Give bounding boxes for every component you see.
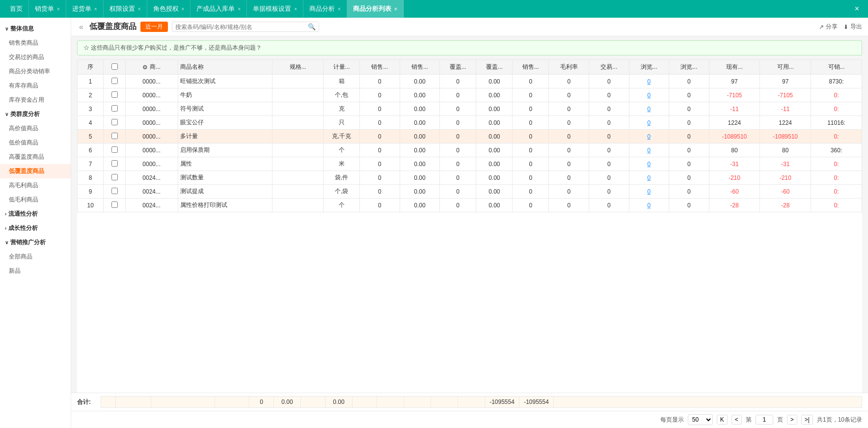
table-cell[interactable]: 0	[629, 88, 669, 102]
row-checkbox[interactable]	[111, 188, 118, 194]
search-icon[interactable]: 🔍	[308, 23, 316, 30]
row-checkbox[interactable]	[111, 160, 118, 167]
per-page-select[interactable]: 50 20 100	[688, 414, 713, 425]
table-cell: 80	[760, 143, 811, 157]
sidebar-section-overall[interactable]: ∨ 整体信息	[0, 22, 71, 36]
nav-template-settings[interactable]: 单据模板设置 ×	[247, 0, 303, 18]
global-close-button[interactable]: ×	[850, 4, 864, 13]
browse-link[interactable]: 0	[647, 147, 651, 154]
col-header-sales-amt: 销售...	[400, 60, 440, 75]
table-cell: 0	[513, 171, 549, 185]
browse-link[interactable]: 0	[647, 92, 651, 99]
table-cell[interactable]	[104, 102, 125, 116]
table-cell[interactable]: 0	[629, 171, 669, 185]
sidebar-item-high-value[interactable]: 高价值商品	[0, 121, 71, 136]
next-page-button[interactable]: >	[787, 415, 797, 425]
nav-sales-order[interactable]: 销货单 ×	[29, 0, 66, 18]
table-cell[interactable]: 0	[629, 199, 669, 212]
browse-link[interactable]: 0	[647, 161, 651, 168]
table-cell[interactable]: 0	[629, 143, 669, 157]
nav-product-analysis-list[interactable]: 商品分析列表 ×	[347, 0, 404, 18]
browse-link[interactable]: 0	[647, 106, 651, 113]
browse-link[interactable]: 0	[647, 188, 651, 195]
nav-product-inbound[interactable]: 产成品入库单 ×	[190, 0, 247, 18]
table-cell[interactable]	[104, 157, 125, 171]
row-checkbox[interactable]	[111, 119, 118, 125]
sidebar-item-all-products[interactable]: 全部商品	[0, 250, 71, 264]
table-cell[interactable]	[104, 199, 125, 212]
table-cell[interactable]	[104, 171, 125, 185]
close-product-analysis-icon[interactable]: ×	[338, 6, 341, 12]
sidebar-item-low-coverage[interactable]: 低覆盖度商品	[0, 164, 71, 178]
sidebar-item-low-margin[interactable]: 低毛利商品	[0, 193, 71, 207]
table-cell[interactable]: 0	[629, 75, 669, 88]
close-product-analysis-list-icon[interactable]: ×	[394, 6, 397, 12]
table-cell[interactable]	[104, 88, 125, 102]
browse-link[interactable]: 0	[647, 174, 651, 181]
table-cell[interactable]	[104, 143, 125, 157]
sidebar-collapse-button[interactable]: «	[77, 23, 85, 31]
sidebar-section-group-analysis[interactable]: ∨ 类群度分析	[0, 107, 71, 121]
nav-product-analysis[interactable]: 商品分析 ×	[303, 0, 347, 18]
nav-permission[interactable]: 权限设置 ×	[104, 0, 147, 18]
table-cell: -210	[709, 171, 760, 185]
sidebar-item-stock-capital[interactable]: 库存资金占用	[0, 93, 71, 107]
browse-link[interactable]: 0	[647, 202, 651, 209]
table-cell[interactable]	[104, 185, 125, 199]
browse-link[interactable]: 0	[647, 119, 651, 126]
settings-icon[interactable]: ⚙	[142, 64, 148, 71]
browse-link[interactable]: 0	[647, 78, 651, 85]
sidebar-section-liquidity[interactable]: › 流通性分析	[0, 207, 71, 221]
row-checkbox[interactable]	[111, 201, 118, 208]
nav-role-auth[interactable]: 角色授权 ×	[147, 0, 191, 18]
table-cell: 0	[440, 185, 476, 199]
first-page-button[interactable]: K	[717, 415, 728, 425]
sidebar-item-sales-products[interactable]: 销售类商品	[0, 36, 71, 50]
select-all-checkbox[interactable]	[111, 63, 118, 70]
sidebar-item-traded-products[interactable]: 交易过的商品	[0, 50, 71, 64]
table-cell[interactable]	[104, 116, 125, 130]
table-wrapper[interactable]: 序 ⚙ 商... 商品名称 规格... 计量...	[77, 59, 862, 393]
close-role-auth-icon[interactable]: ×	[182, 6, 185, 12]
nav-home[interactable]: 首页	[4, 0, 29, 18]
table-cell[interactable]: 0	[629, 116, 669, 130]
close-purchase-order-icon[interactable]: ×	[94, 6, 97, 12]
share-button[interactable]: ↗ 分享	[819, 23, 838, 31]
search-input[interactable]	[175, 24, 308, 30]
sidebar-item-high-margin[interactable]: 高毛利商品	[0, 178, 71, 193]
row-checkbox[interactable]	[111, 174, 118, 180]
close-template-settings-icon[interactable]: ×	[294, 6, 297, 12]
table-cell[interactable]	[104, 130, 125, 143]
row-checkbox[interactable]	[111, 105, 118, 112]
close-sales-order-icon[interactable]: ×	[57, 6, 60, 12]
sidebar-item-category-turnover[interactable]: 商品分类动销率	[0, 64, 71, 79]
table-cell[interactable]: 0	[629, 185, 669, 199]
sidebar-section-marketing[interactable]: ∨ 营销推广分析	[0, 235, 71, 250]
table-cell: 0.00	[476, 75, 513, 88]
table-cell	[272, 75, 324, 88]
sidebar-item-new-products[interactable]: 新品	[0, 264, 71, 278]
close-permission-icon[interactable]: ×	[138, 6, 141, 12]
row-checkbox[interactable]	[111, 146, 118, 153]
nav-purchase-order[interactable]: 进货单 ×	[66, 0, 104, 18]
prev-page-button[interactable]: <	[732, 415, 742, 425]
sidebar-section-growth[interactable]: › 成长性分析	[0, 221, 71, 235]
last-page-button[interactable]: >|	[801, 415, 813, 425]
sidebar-item-high-coverage[interactable]: 高覆盖度商品	[0, 150, 71, 164]
group-analysis-collapse-icon: ∨	[5, 112, 8, 117]
sidebar-item-low-value[interactable]: 低价值商品	[0, 136, 71, 150]
sidebar-item-in-stock[interactable]: 有库存商品	[0, 79, 71, 93]
export-button[interactable]: ⬇ 导出	[843, 23, 862, 31]
row-checkbox[interactable]	[111, 133, 118, 139]
row-checkbox[interactable]	[111, 78, 118, 84]
row-checkbox[interactable]	[111, 91, 118, 98]
table-cell[interactable]: 0	[629, 157, 669, 171]
time-filter-button[interactable]: 近一月	[140, 22, 168, 32]
summary-sales-amt: 0.00	[274, 397, 301, 408]
page-number-input[interactable]	[756, 415, 773, 425]
close-product-inbound-icon[interactable]: ×	[238, 6, 241, 12]
table-cell[interactable]	[104, 75, 125, 88]
table-cell[interactable]: 0	[629, 102, 669, 116]
browse-link[interactable]: 0	[647, 133, 651, 140]
table-cell[interactable]: 0	[629, 130, 669, 143]
